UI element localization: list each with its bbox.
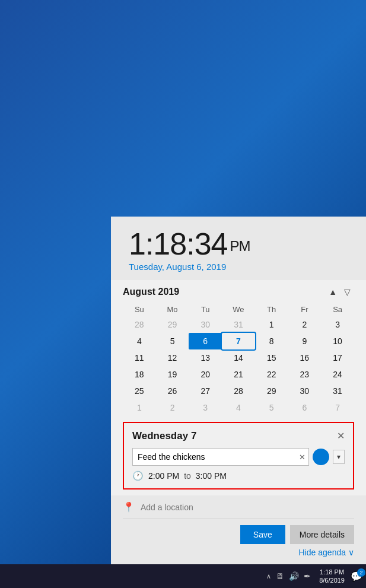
calendar-day[interactable]: 6: [189, 333, 222, 349]
calendar-day[interactable]: 5: [255, 399, 288, 416]
calendar-month-year: August 2019: [123, 287, 325, 297]
calendar-day[interactable]: 27: [189, 383, 222, 399]
calendar-day[interactable]: 7: [321, 399, 354, 416]
event-title-input[interactable]: [132, 448, 309, 466]
calendar-day[interactable]: 15: [255, 349, 288, 366]
event-box-title: Wednesday 7: [132, 430, 196, 442]
hide-agenda-chevron: ∨: [348, 548, 354, 557]
calendar-day[interactable]: 20: [189, 366, 222, 383]
weekday-header-Th: Th: [255, 303, 288, 316]
notification-badge: 2: [357, 568, 365, 577]
taskbar-date: 8/6/2019: [319, 576, 345, 584]
event-expand-button[interactable]: ▾: [333, 450, 345, 464]
calendar-day[interactable]: 8: [255, 333, 288, 349]
more-details-button[interactable]: More details: [290, 525, 354, 544]
calendar-section: August 2019 ▲ ▽ SuMoTuWeThFrSa 282930311…: [111, 280, 366, 422]
calendar-flyout: 1:18:34PM Tuesday, August 6, 2019 August…: [111, 217, 366, 564]
calendar-day[interactable]: 4: [123, 333, 156, 349]
clock-time-value: 1:18:34: [129, 227, 228, 261]
calendar-day[interactable]: 11: [123, 349, 156, 366]
event-title-clear-button[interactable]: ✕: [299, 453, 305, 462]
event-close-button[interactable]: ✕: [337, 431, 345, 441]
calendar-day[interactable]: 19: [156, 366, 189, 383]
calendar-day[interactable]: 30: [288, 383, 322, 399]
clock-icon: 🕐: [132, 471, 144, 481]
calendar-day[interactable]: 23: [288, 366, 322, 383]
event-time-to[interactable]: 3:00 PM: [196, 471, 227, 481]
pen-icon: ✒: [304, 571, 311, 581]
calendar-day[interactable]: 30: [189, 316, 222, 333]
calendar-day[interactable]: 7: [222, 333, 255, 349]
calendar-day[interactable]: 22: [255, 366, 288, 383]
calendar-day[interactable]: 29: [255, 383, 288, 399]
location-icon: 📍: [123, 501, 135, 513]
event-creation-area: Wednesday 7 ✕ ✕ ▾ 🕐 2:00 PM to 3:00 PM: [111, 422, 366, 495]
calendar-day[interactable]: 26: [156, 383, 189, 399]
clock-ampm: PM: [230, 238, 250, 254]
calendar-next-button[interactable]: ▽: [340, 286, 354, 298]
calendar-day[interactable]: 25: [123, 383, 156, 399]
weekday-header-Su: Su: [123, 303, 156, 316]
calendar-day[interactable]: 2: [156, 399, 189, 416]
event-time-from[interactable]: 2:00 PM: [148, 471, 179, 481]
calendar-day[interactable]: 24: [321, 366, 354, 383]
action-buttons-row: Save More details: [123, 519, 354, 544]
calendar-day[interactable]: 31: [321, 383, 354, 399]
volume-icon: 🔊: [289, 571, 299, 581]
monitor-icon: 🖥: [276, 571, 284, 581]
calendar-header: August 2019 ▲ ▽: [123, 286, 354, 298]
calendar-prev-button[interactable]: ▲: [325, 286, 340, 298]
location-input[interactable]: [141, 503, 354, 512]
event-title-field-container: ✕: [132, 448, 309, 466]
clock-date: Tuesday, August 6, 2019: [129, 262, 348, 272]
calendar-day[interactable]: 13: [189, 349, 222, 366]
event-time-row: 🕐 2:00 PM to 3:00 PM: [132, 471, 345, 481]
calendar-day[interactable]: 18: [123, 366, 156, 383]
taskbar-clock[interactable]: 1:18 PM 8/6/2019: [319, 568, 347, 585]
calendar-day[interactable]: 6: [288, 399, 322, 416]
clock-section: 1:18:34PM Tuesday, August 6, 2019: [111, 217, 366, 280]
save-button[interactable]: Save: [240, 525, 285, 544]
calendar-day[interactable]: 14: [222, 349, 255, 366]
taskbar-right: ∧ 🖥 🔊 ✒ 1:18 PM 8/6/2019 💬 2: [266, 568, 366, 585]
calendar-day[interactable]: 1: [123, 399, 156, 416]
hide-agenda-link[interactable]: Hide agenda ∨: [299, 548, 354, 557]
calendar-day[interactable]: 10: [321, 333, 354, 349]
calendar-day[interactable]: 3: [321, 316, 354, 333]
hide-agenda-label: Hide agenda: [299, 548, 346, 557]
calendar-day[interactable]: 2: [288, 316, 322, 333]
clock-time: 1:18:34PM: [129, 228, 348, 259]
calendar-day[interactable]: 17: [321, 349, 354, 366]
taskbar-chevron-icon[interactable]: ∧: [266, 573, 271, 580]
calendar-day[interactable]: 4: [222, 399, 255, 416]
event-box-title-row: Wednesday 7 ✕: [132, 430, 345, 442]
calendar-day[interactable]: 29: [156, 316, 189, 333]
calendar-day[interactable]: 21: [222, 366, 255, 383]
hide-agenda-row: Hide agenda ∨: [123, 544, 354, 558]
weekday-header-Sa: Sa: [321, 303, 354, 316]
calendar-day[interactable]: 5: [156, 333, 189, 349]
calendar-grid: SuMoTuWeThFrSa 2829303112345678910111213…: [123, 303, 354, 416]
calendar-day[interactable]: 1: [255, 316, 288, 333]
weekday-header-Tu: Tu: [189, 303, 222, 316]
taskbar-time: 1:18 PM: [320, 568, 344, 576]
calendar-day[interactable]: 28: [123, 316, 156, 333]
calendar-day[interactable]: 3: [189, 399, 222, 416]
event-color-button[interactable]: [313, 449, 329, 465]
taskbar-system-icons: ∧ 🖥 🔊 ✒: [266, 571, 316, 581]
calendar-day[interactable]: 31: [222, 316, 255, 333]
taskbar: ∧ 🖥 🔊 ✒ 1:18 PM 8/6/2019 💬 2: [0, 564, 366, 588]
calendar-day[interactable]: 9: [288, 333, 322, 349]
calendar-day[interactable]: 28: [222, 383, 255, 399]
weekday-header-Mo: Mo: [156, 303, 189, 316]
notification-button[interactable]: 💬 2: [351, 571, 362, 582]
location-row: 📍: [123, 501, 354, 519]
weekday-header-We: We: [222, 303, 255, 316]
event-time-separator: to: [184, 471, 191, 481]
event-box-inner: Wednesday 7 ✕ ✕ ▾ 🕐 2:00 PM to 3:00 PM: [123, 422, 354, 490]
event-input-row: ✕ ▾: [132, 448, 345, 466]
calendar-day[interactable]: 12: [156, 349, 189, 366]
event-actions-area: 📍 Save More details Hide agenda ∨: [111, 495, 366, 564]
calendar-day[interactable]: 16: [288, 349, 322, 366]
weekday-header-Fr: Fr: [288, 303, 322, 316]
